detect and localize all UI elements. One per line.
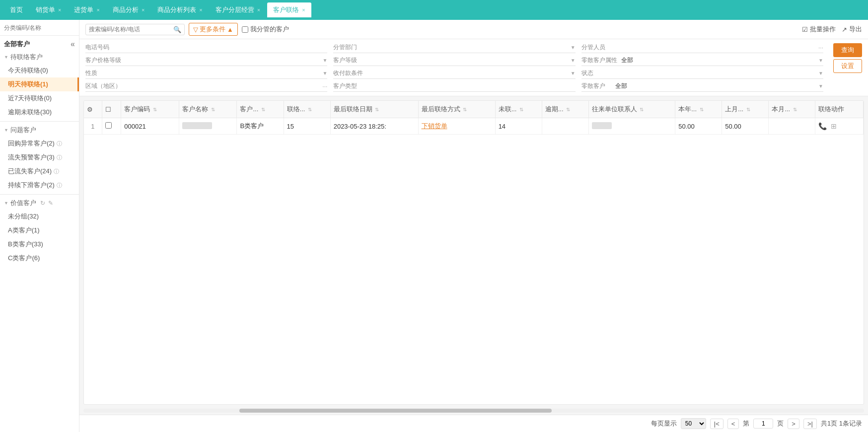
sidebar-item-class-b[interactable]: B类客户(33) (0, 237, 79, 251)
col-overdue[interactable]: 逾期... ⇅ (542, 101, 588, 118)
filter-price-arrow[interactable]: ▼ (322, 58, 327, 63)
last-method-link[interactable]: 下销货单 (422, 122, 447, 130)
filter-retail-arrow[interactable]: ▼ (818, 83, 823, 89)
close-analysis-icon[interactable]: × (142, 7, 145, 13)
sidebar-item-declining[interactable]: 持续下滑客户(2) ⓘ (0, 178, 79, 192)
top-nav: 首页 销货单 × 进货单 × 商品分析 × 商品分析列表 × 客户分层经营 × … (0, 0, 868, 20)
per-page-select[interactable]: 50 100 200 (681, 418, 706, 429)
query-btn[interactable]: 查询 (833, 43, 862, 57)
nav-item-purchaseorder[interactable]: 进货单 × (68, 2, 105, 17)
filter-payment: 收付款条件 ▼ (333, 69, 575, 79)
more-conditions-btn[interactable]: ▽ 更多条件 ▲ (189, 23, 238, 36)
filter-region-dots[interactable]: ··· (322, 83, 327, 90)
action-phone-icon[interactable]: 📞 (818, 122, 827, 130)
main-search-icon[interactable]: 🔍 (173, 26, 181, 33)
nav-item-customerlayer[interactable]: 客户分层经营 × (210, 2, 266, 17)
filter-payment-arrow[interactable]: ▼ (571, 71, 576, 76)
sidebar-item-class-a[interactable]: A类客户(1) (0, 223, 79, 237)
col-contacts[interactable]: 联络... ⇅ (284, 101, 330, 118)
col-unlinkdays[interactable]: 未联... ⇅ (495, 101, 542, 118)
main-search-input[interactable] (89, 26, 171, 33)
filter-manager-dots[interactable]: ··· (818, 44, 823, 51)
sidebar-item-today[interactable]: 今天待联络(0) (0, 64, 79, 77)
my-customers-checkbox[interactable] (242, 26, 248, 33)
col-action: 联络动作 (815, 101, 864, 118)
col-lastdate-sort: ⇅ (375, 107, 379, 112)
page-input[interactable] (753, 419, 773, 429)
col-lastmonth[interactable]: 上月... ⇅ (722, 101, 769, 118)
cell-contact (588, 118, 675, 135)
nav-item-salesorder[interactable]: 销货单 × (30, 2, 67, 17)
sidebar-item-churn-warning[interactable]: 流失预警客户(3) ⓘ (0, 150, 79, 164)
sidebar-item-7days[interactable]: 近7天待联络(0) (0, 91, 79, 105)
sidebar-search-input[interactable] (4, 24, 78, 31)
col-thismonth[interactable]: 本月... ⇅ (769, 101, 815, 118)
value-group-edit-icon[interactable]: ✎ (48, 200, 53, 207)
group-value-customers: 价值客户 ↻ ✎ (0, 197, 79, 210)
cell-check[interactable] (102, 118, 121, 135)
batch-op-btn[interactable]: ☑ 批量操作 (802, 25, 836, 34)
col-contact[interactable]: 往来单位联系人 ⇅ (588, 101, 675, 118)
col-name[interactable]: 客户名称 ⇅ (179, 101, 237, 118)
sidebar: 🔍 全部客户 « 待联络客户 今天待联络(0) 明天待联络(1) 近7天待联络(… (0, 20, 79, 432)
close-analysislist-icon[interactable]: × (199, 7, 202, 13)
col-contact-sort: ⇅ (640, 107, 644, 112)
col-type[interactable]: 客户... ⇅ (237, 101, 284, 118)
filter-nature: 性质 ▼ (85, 69, 327, 79)
value-group-refresh-icon[interactable]: ↻ (40, 200, 45, 207)
close-customercontact-icon[interactable]: × (302, 7, 305, 13)
col-lastmonth-sort: ⇅ (746, 107, 750, 112)
action-qr-icon[interactable]: ⊞ (831, 122, 837, 130)
close-customerlayer-icon[interactable]: × (257, 7, 260, 13)
filter-cust-type: 客户类型 (333, 82, 575, 92)
col-name-sort: ⇅ (211, 107, 215, 112)
sidebar-item-overdue-contact[interactable]: 逾期未联络(30) (0, 105, 79, 119)
table-header-row: ⚙ ☐ 客户编码 ⇅ 客户名称 ⇅ 客户... ⇅ (84, 101, 864, 118)
col-lastdate[interactable]: 最后联络日期 ⇅ (330, 101, 418, 118)
filter-region: 区域（地区） ··· (85, 82, 327, 92)
sidebar-item-churned[interactable]: 已流失客户(24) ⓘ (0, 164, 79, 178)
filter-price-level: 客户价格等级 ▼ (85, 56, 327, 66)
col-code[interactable]: 客户编码 ⇅ (121, 101, 179, 118)
row-checkbox[interactable] (105, 122, 112, 129)
col-gear[interactable]: ⚙ (84, 101, 102, 118)
close-purchaseorder-icon[interactable]: × (96, 7, 99, 13)
nav-item-analysis[interactable]: 商品分析 × (107, 2, 150, 17)
data-table: ⚙ ☐ 客户编码 ⇅ 客户名称 ⇅ 客户... ⇅ (84, 101, 864, 135)
first-page-btn[interactable]: |< (710, 419, 723, 429)
my-customers-checkbox-label[interactable]: 我分管的客户 (242, 25, 289, 34)
sidebar-item-tomorrow[interactable]: 明天待联络(1) (0, 77, 79, 91)
col-type-sort: ⇅ (261, 107, 265, 112)
nav-home[interactable]: 首页 (4, 2, 29, 17)
col-lastmethod[interactable]: 最后联络方式 ⇅ (418, 101, 495, 118)
batch-op-checkbox-icon: ☑ (802, 26, 808, 33)
sidebar-item-ungrouped[interactable]: 未分组(32) (0, 210, 79, 223)
filter-nature-arrow[interactable]: ▼ (322, 71, 327, 76)
info-icon-declining: ⓘ (57, 182, 62, 189)
prev-page-btn[interactable]: < (727, 419, 739, 429)
filter-manager: 分管人员 ··· (581, 43, 823, 53)
sidebar-item-repurchase-abnormal[interactable]: 回购异常客户(2) ⓘ (0, 137, 79, 150)
sidebar-search-wrap: 🔍 (0, 20, 79, 36)
settings-btn[interactable]: 设置 (833, 59, 862, 73)
sidebar-item-class-c[interactable]: C类客户(6) (0, 251, 79, 265)
next-page-btn[interactable]: > (788, 419, 799, 429)
table-footer: 每页显示 50 100 200 |< < 第 页 > >| 共1页 1条记录 (79, 415, 868, 432)
sidebar-collapse-icon[interactable]: « (71, 40, 75, 49)
nav-item-analysislist[interactable]: 商品分析列表 × (151, 2, 208, 17)
close-salesorder-icon[interactable]: × (58, 7, 61, 13)
last-page-btn[interactable]: >| (803, 419, 817, 429)
filter-status-arrow[interactable]: ▼ (818, 71, 823, 76)
filter-retail-attr-arrow[interactable]: ▼ (818, 58, 823, 63)
col-check[interactable]: ☐ (102, 101, 121, 118)
h-scrollbar[interactable] (83, 409, 864, 413)
cell-num: 1 (84, 118, 102, 135)
sidebar-divider-2 (0, 194, 79, 195)
col-yearsales[interactable]: 本年... ⇅ (675, 101, 722, 118)
filter-cust-level-arrow[interactable]: ▼ (571, 58, 576, 63)
nav-item-customercontact[interactable]: 客户联络 × (267, 2, 311, 17)
filter-dept-arrow[interactable]: ▼ (571, 45, 576, 50)
cell-name (179, 118, 237, 135)
export-btn[interactable]: ↗ 导出 (842, 25, 862, 34)
cell-lastmethod[interactable]: 下销货单 (418, 118, 495, 135)
